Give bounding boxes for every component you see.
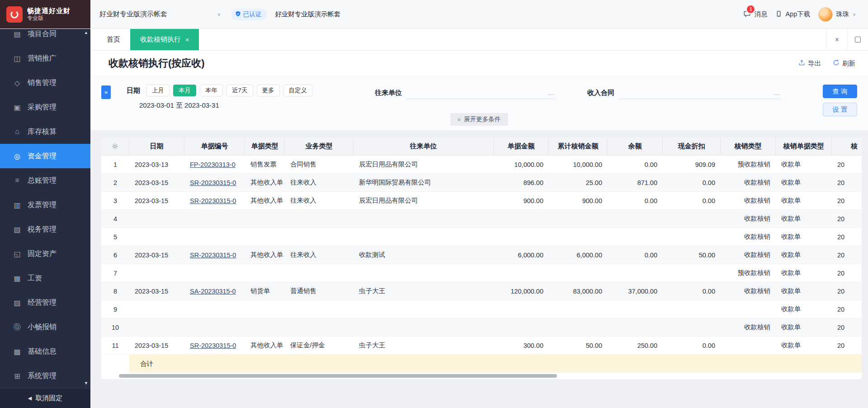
cell-discount: 0.00 <box>663 282 721 300</box>
table-row[interactable]: 62023-03-15SR-20230315-0其他收入单往来收入收款测试6,0… <box>101 246 862 264</box>
date-pill-4[interactable]: 近7天 <box>226 85 253 96</box>
tab-close-icon[interactable]: × <box>185 36 189 43</box>
filter-bar: » 日期 上月本月本年近7天更多自定义 2023-03-01 至 2023-03… <box>90 76 868 130</box>
document-link[interactable]: SR-20230315-0 <box>190 179 236 186</box>
cell-balance <box>608 264 663 282</box>
contract-input[interactable]: … <box>619 86 782 99</box>
tab-receipt-writeoff[interactable]: 收款核销执行 × <box>130 29 199 50</box>
column-header-discount: 现金折扣 <box>663 137 721 155</box>
expand-more-filters-button[interactable]: » 展开更多条件 <box>451 113 508 126</box>
cell-settle_doc: 收款单 <box>776 192 832 209</box>
sidebar-item-label: 采购管理 <box>28 103 57 112</box>
messages-button[interactable]: 消息 1 <box>743 10 767 19</box>
cell-num: 10 <box>101 318 129 336</box>
double-chevron-down-icon: » <box>456 118 462 121</box>
date-pill-3[interactable]: 本年 <box>200 85 223 96</box>
sidebar-item-label: 固定资产 <box>28 249 57 259</box>
date-range-value: 2023-03-01 至 2023-03-31 <box>139 101 312 110</box>
table-row[interactable]: 12023-03-13FP-20230313-0销售发票合同销售辰宏日用品有限公… <box>101 156 862 174</box>
horizontal-scrollbar[interactable] <box>101 373 862 379</box>
table-row[interactable]: 10收款核销收款单20 <box>101 318 862 337</box>
cell-amount <box>494 300 549 318</box>
cell-settle_type: 收款核销 <box>721 246 776 264</box>
cell-num <box>101 355 129 373</box>
sidebar-scroll-down-icon[interactable]: ▼ <box>84 381 88 385</box>
cell-settled: 25.00 <box>549 174 608 191</box>
sidebar-item-5[interactable]: ⌂库存核算 <box>0 119 90 144</box>
sidebar-item-15[interactable]: ⊞系统管理 <box>0 364 90 388</box>
date-pill-6[interactable]: 自定义 <box>283 85 313 96</box>
document-link[interactable]: SR-20230315-0 <box>190 197 236 204</box>
close-all-tabs-button[interactable]: × <box>826 29 847 50</box>
cell-discount <box>663 210 721 228</box>
date-pill-5[interactable]: 更多 <box>257 85 280 96</box>
table-row[interactable]: 5收款核销收款单20 <box>101 228 862 246</box>
cell-date: 2023-03-15 <box>129 192 184 209</box>
chevron-down-icon: ∨ <box>217 12 221 17</box>
account-set-select[interactable]: 好业财专业版演示帐套 ∨ <box>98 7 223 21</box>
document-link[interactable]: SR-20230315-0 <box>190 342 236 349</box>
refresh-button[interactable]: 刷新 <box>833 59 855 68</box>
tab-home[interactable]: 首页 <box>97 29 130 50</box>
table-row[interactable]: 4收款核销收款单20 <box>101 210 862 228</box>
table-row[interactable]: 82023-03-15SA-20230315-0销货单普通销售虫子大王120,0… <box>101 282 862 300</box>
chevron-down-icon: ∨ <box>852 12 856 17</box>
cell-settled: 83,000.00 <box>549 282 608 300</box>
settings-button[interactable]: 设置 <box>823 103 857 116</box>
table-row[interactable]: 32023-03-15SR-20230315-0其他收入单往来收入辰宏日用品有限… <box>101 192 862 210</box>
fullscreen-button[interactable] <box>847 29 868 50</box>
sidebar-item-9[interactable]: ▧税务管理 <box>0 217 90 242</box>
cell-settle_type: 收款核销 <box>721 174 776 191</box>
sidebar-item-13[interactable]: Ⓖ小畅报销 <box>0 315 90 339</box>
sidebar-item-2[interactable]: ◫营销推广 <box>0 46 90 71</box>
date-pill-2[interactable]: 本月 <box>173 85 196 96</box>
cell-balance <box>608 210 663 228</box>
column-header-biz_type: 业务类型 <box>285 137 354 155</box>
cell-date: 2023-03-13 <box>129 156 184 173</box>
cell-biz_type: 往来收入 <box>285 192 354 209</box>
unpin-icon: ◀ <box>28 395 32 401</box>
sidebar-item-3[interactable]: ◇销售管理 <box>0 71 90 95</box>
contract-picker-icon[interactable]: … <box>774 89 781 96</box>
cell-balance <box>608 228 663 246</box>
sidebar-item-4[interactable]: ▣采购管理 <box>0 95 90 119</box>
document-link[interactable]: FP-20230313-0 <box>190 161 236 168</box>
sidebar-item-label: 发票管理 <box>28 200 57 210</box>
cell-settle_doc: 收款单 <box>776 337 832 354</box>
collapse-filter-button[interactable]: » <box>101 85 111 99</box>
cell-num: 7 <box>101 264 129 282</box>
cell-amount: 900.00 <box>494 192 549 209</box>
document-link[interactable]: SR-20230315-0 <box>190 251 236 259</box>
table-row[interactable]: 9收款单20 <box>101 300 862 318</box>
sidebar-item-8[interactable]: ▥发票管理 <box>0 193 90 217</box>
cell-date: 2023-03-15 <box>129 246 184 264</box>
column-header-partner: 往来单位 <box>354 137 494 155</box>
cell-num: 1 <box>101 156 129 173</box>
cell-discount: 0.00 <box>663 337 721 354</box>
sidebar-item-12[interactable]: ▨经营管理 <box>0 290 90 315</box>
sidebar-item-10[interactable]: ◱固定资产 <box>0 242 90 266</box>
table-row[interactable]: 112023-03-15SR-20230315-0其他收入单保证金/押金虫子大王… <box>101 337 862 355</box>
table-row[interactable]: 22023-03-15SR-20230315-0其他收入单往来收入新华明国际贸易… <box>101 174 862 192</box>
unpin-sidebar-button[interactable]: ◀ 取消固定 <box>0 388 90 408</box>
cell-amount: 10,000.00 <box>494 156 549 173</box>
scrollbar-thumb[interactable] <box>119 374 557 378</box>
cell-settle_type <box>721 337 776 354</box>
sidebar-item-11[interactable]: ▦工资 <box>0 266 90 290</box>
sidebar-item-6[interactable]: ◎资金管理 <box>0 144 90 168</box>
partner-picker-icon[interactable]: … <box>547 89 555 96</box>
document-link[interactable]: SA-20230315-0 <box>190 288 236 295</box>
sidebar-item-1[interactable]: ▤项目合同 <box>0 29 90 46</box>
table-row[interactable]: 7预收款核销收款单20 <box>101 264 862 282</box>
export-button[interactable]: 导出 <box>798 59 821 68</box>
date-pill-1[interactable]: 上月 <box>146 85 170 96</box>
sidebar-scroll-up-icon[interactable]: ▲ <box>84 30 88 35</box>
column-settings-gear-icon[interactable] <box>101 137 129 155</box>
app-download-button[interactable]: App下载 <box>775 10 810 19</box>
sidebar-item-14[interactable]: ▩基础信息 <box>0 339 90 364</box>
partner-input[interactable]: … <box>406 86 556 99</box>
cell-biz_type: 往来收入 <box>285 174 354 191</box>
query-button[interactable]: 查询 <box>823 85 857 98</box>
sidebar-item-7[interactable]: ≡总账管理 <box>0 168 90 193</box>
user-menu[interactable]: 珠珠 ∨ <box>818 7 856 22</box>
